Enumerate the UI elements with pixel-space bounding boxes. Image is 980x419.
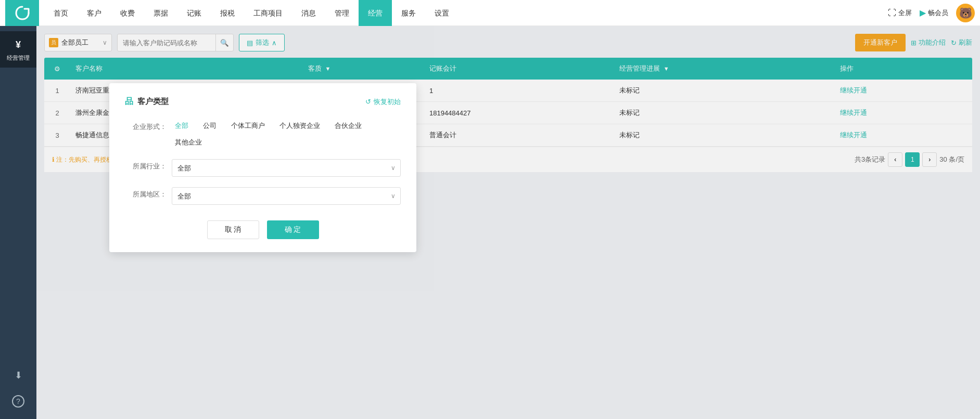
nav-voucher[interactable]: 票据 xyxy=(144,0,177,26)
modal-body: 企业形式： 全部 公司 个体工商户 个人独资企业 合伙企业 其他企业 所属行业： xyxy=(125,120,401,205)
vip-icon: ▶ xyxy=(920,8,926,18)
region-row: 所属地区： 全部 xyxy=(125,187,401,205)
industry-label: 所属行业： xyxy=(125,159,167,171)
modal-header: 品 客户类型 ↺ 恢复初始 xyxy=(125,96,401,107)
filter-modal: 品 客户类型 ↺ 恢复初始 企业形式： 全部 公司 xyxy=(109,83,416,252)
region-select[interactable]: 全部 xyxy=(172,187,401,205)
logo xyxy=(5,0,39,26)
nav-items: 首页 客户 收费 票据 记账 报税 工商项目 消息 管理 经营 服务 设置 xyxy=(44,0,888,26)
modal-footer: 取 消 确 定 xyxy=(125,220,401,239)
nav-management[interactable]: 管理 xyxy=(325,0,359,26)
sidebar-item-operations[interactable]: ¥ 经营管理 xyxy=(0,31,36,68)
confirm-button[interactable]: 确 定 xyxy=(267,220,319,239)
operations-icon: ¥ xyxy=(11,37,26,52)
main-layout: ¥ 经营管理 ⬇ ? 员 全部员工 ∨ 🔍 xyxy=(0,26,980,419)
option-all[interactable]: 全部 xyxy=(172,120,192,132)
sidebar-download[interactable]: ⬇ xyxy=(0,362,36,389)
modal-title: 品 客户类型 xyxy=(125,96,169,107)
region-select-wrapper: 全部 xyxy=(172,187,401,205)
fullscreen-btn[interactable]: ⛶ 全屏 xyxy=(888,8,912,18)
top-nav: 首页 客户 收费 票据 记账 报税 工商项目 消息 管理 经营 服务 设置 ⛶ … xyxy=(0,0,980,26)
modal-title-icon: 品 xyxy=(125,96,133,107)
option-sole[interactable]: 个人独资企业 xyxy=(276,120,323,132)
sidebar-item-label: 经营管理 xyxy=(7,54,30,61)
nav-business[interactable]: 工商项目 xyxy=(244,0,292,26)
industry-row: 所属行业： 全部 xyxy=(125,159,401,177)
nav-customer[interactable]: 客户 xyxy=(78,0,111,26)
nav-message[interactable]: 消息 xyxy=(292,0,325,26)
enterprise-form-row: 企业形式： 全部 公司 个体工商户 个人独资企业 合伙企业 其他企业 xyxy=(125,120,401,149)
filter-modal-overlay: 品 客户类型 ↺ 恢复初始 企业形式： 全部 公司 xyxy=(36,26,980,419)
vip-btn[interactable]: ▶ 畅会员 xyxy=(920,8,948,18)
option-individual[interactable]: 个体工商户 xyxy=(228,120,268,132)
option-partnership[interactable]: 合伙企业 xyxy=(332,120,365,132)
sidebar-bottom: ⬇ ? xyxy=(0,362,36,419)
cancel-button[interactable]: 取 消 xyxy=(207,220,259,239)
nav-operations[interactable]: 经营 xyxy=(359,0,392,26)
avatar[interactable]: 🐻 xyxy=(956,4,975,22)
enterprise-options: 全部 公司 个体工商户 个人独资企业 合伙企业 其他企业 xyxy=(172,120,401,149)
help-icon: ? xyxy=(12,395,24,408)
industry-select-wrapper: 全部 xyxy=(172,159,401,177)
restore-label: 恢复初始 xyxy=(374,97,401,107)
sidebar-help[interactable]: ? xyxy=(0,389,36,414)
nav-billing[interactable]: 收费 xyxy=(111,0,144,26)
sidebar: ¥ 经营管理 ⬇ ? xyxy=(0,26,36,419)
nav-tax[interactable]: 报税 xyxy=(211,0,244,26)
nav-right: ⛶ 全屏 ▶ 畅会员 🐻 xyxy=(888,4,975,22)
nav-home[interactable]: 首页 xyxy=(44,0,78,26)
main-content: 员 全部员工 ∨ 🔍 ▤ 筛选 ∧ 开通新客户 ⊞ 功能介绍 xyxy=(36,26,980,419)
region-label: 所属地区： xyxy=(125,187,167,199)
fullscreen-icon: ⛶ xyxy=(888,8,896,18)
industry-select[interactable]: 全部 xyxy=(172,159,401,177)
modal-title-text: 客户类型 xyxy=(137,97,169,107)
vip-label: 畅会员 xyxy=(928,8,948,18)
restore-icon: ↺ xyxy=(365,98,371,106)
option-other[interactable]: 其他企业 xyxy=(172,136,205,149)
enterprise-form-label: 企业形式： xyxy=(125,120,167,132)
nav-service[interactable]: 服务 xyxy=(392,0,425,26)
nav-accounting[interactable]: 记账 xyxy=(177,0,211,26)
fullscreen-label: 全屏 xyxy=(898,8,912,18)
nav-settings[interactable]: 设置 xyxy=(425,0,459,26)
option-company[interactable]: 公司 xyxy=(200,120,220,132)
restore-defaults-button[interactable]: ↺ 恢复初始 xyxy=(365,97,401,107)
download-icon: ⬇ xyxy=(11,368,26,383)
